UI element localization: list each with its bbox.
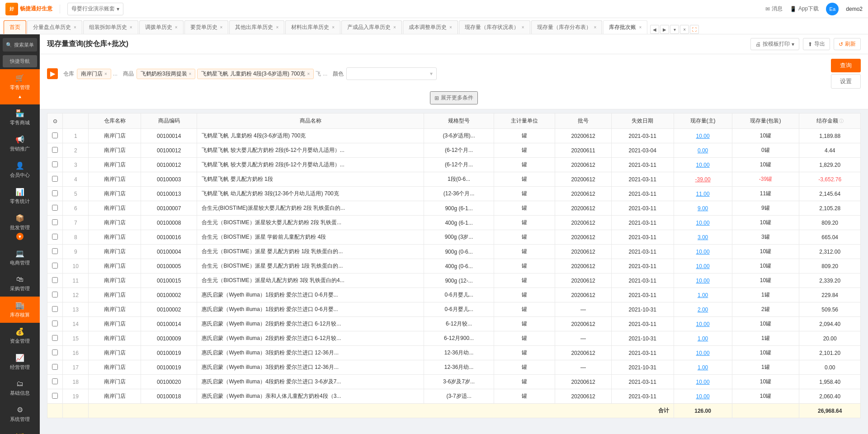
expand-more-conditions-btn[interactable]: ⊞ 展开更多条件 [430, 91, 478, 104]
sidebar-item-zero-stats[interactable]: 📊 零售统计 [0, 183, 40, 209]
product-tag-0-close[interactable]: × [189, 71, 192, 76]
tab-menu[interactable]: ▾ [670, 25, 679, 34]
export-btn[interactable]: ⬆ 导出 [803, 38, 830, 50]
row-check[interactable] [47, 317, 63, 331]
sidebar-item-zero-sales[interactable]: 🛒 零售管理 ▲ [0, 69, 40, 104]
row-stock-main[interactable]: 2.00 [674, 302, 732, 317]
product-tag-1-close[interactable]: × [307, 71, 310, 76]
row-stock-main[interactable]: 9.00 [674, 201, 732, 216]
tab-scroll-left[interactable]: ◀ [650, 25, 659, 34]
row-checkbox[interactable] [52, 364, 58, 370]
tab-scroll-right[interactable]: ▶ [660, 25, 669, 34]
tab-cai-liao-close[interactable]: × [332, 25, 335, 30]
sidebar-item-inventory[interactable]: 🏬 库存核算 [0, 297, 40, 323]
app-download-btn[interactable]: 📱 App下载 [790, 5, 819, 13]
tab-qi-ta-close[interactable]: × [276, 25, 278, 30]
row-stock-main[interactable]: 1.00 [674, 288, 732, 302]
tab-qi-ta[interactable]: 其他出库单历史 × [229, 20, 284, 34]
row-stock-main[interactable]: -39.00 [674, 172, 732, 187]
row-checkbox[interactable] [52, 205, 58, 211]
row-checkbox[interactable] [52, 277, 58, 283]
row-check[interactable] [47, 346, 63, 360]
row-stock-main[interactable]: 1.00 [674, 360, 732, 375]
template-print-btn[interactable]: 🖨 按模板打印 ▾ [750, 38, 799, 50]
tab-ku-pi-ci[interactable]: 库存批次账 × [603, 20, 647, 34]
sidebar-item-ecom[interactable]: 💻 电商管理 [0, 245, 40, 271]
sidebar-item-zero-shop[interactable]: 🏪 零售商城 [0, 104, 40, 131]
message-btn[interactable]: ✉ 消息 [765, 5, 783, 13]
sidebar-item-purchase[interactable]: 🛍 采购管理 [0, 271, 40, 297]
tab-cai-liao[interactable]: 材料出库单历史 × [285, 20, 340, 34]
row-stock-main[interactable]: 10.00 [674, 158, 732, 172]
row-stock-main[interactable]: 11.00 [674, 187, 732, 201]
row-checkbox[interactable] [52, 349, 58, 355]
warehouse-tag-0-close[interactable]: × [104, 71, 107, 76]
row-stock-main[interactable]: 10.00 [674, 245, 732, 259]
row-checkbox[interactable] [52, 176, 58, 182]
tab-yao-huo[interactable]: 要货单历史 × [184, 20, 229, 34]
row-checkbox[interactable] [52, 190, 58, 196]
sidebar-item-system[interactable]: ⚙ 系统管理 [0, 401, 40, 427]
row-stock-main[interactable]: 10.00 [674, 129, 732, 143]
balance-info-icon[interactable]: ⓘ [839, 118, 844, 123]
row-stock-main[interactable]: 10.00 [674, 389, 732, 404]
tab-zu-chai-close[interactable]: × [130, 25, 132, 30]
tab-cheng-ben-close[interactable]: × [449, 25, 452, 30]
tab-diao-bo[interactable]: 调拨单历史 × [139, 20, 184, 34]
row-checkbox[interactable] [52, 161, 58, 167]
tab-ku-cun-fen[interactable]: 现存量（库存分布表） × [531, 20, 603, 34]
row-stock-main[interactable]: 10.00 [674, 216, 732, 230]
tab-ku-pi-ci-close[interactable]: × [639, 25, 642, 30]
search-menu-btn[interactable]: 🔍 搜索菜单 [3, 38, 37, 52]
sidebar-item-member[interactable]: 👤 会员中心 [0, 157, 40, 183]
row-checkbox[interactable] [52, 335, 58, 341]
row-check[interactable] [47, 158, 63, 172]
query-btn[interactable]: 查询 [831, 59, 861, 72]
tab-diao-bo-close[interactable]: × [175, 25, 178, 30]
row-check[interactable] [47, 259, 63, 274]
row-stock-main[interactable]: 10.00 [674, 259, 732, 274]
row-check[interactable] [47, 187, 63, 201]
row-check[interactable] [47, 216, 63, 230]
row-stock-main[interactable]: 1.00 [674, 331, 732, 346]
row-checkbox[interactable] [52, 147, 58, 153]
tab-fen-pan-close[interactable]: × [74, 25, 76, 30]
sidebar-item-wholesale[interactable]: 📦 批发管理 ▼ [0, 209, 40, 245]
row-check[interactable] [47, 389, 63, 404]
sidebar-item-basic[interactable]: 🗂 基础信息 [0, 375, 40, 401]
row-checkbox[interactable] [52, 306, 58, 312]
tab-cheng-ben[interactable]: 成本调整单历史 × [403, 20, 458, 34]
row-check[interactable] [47, 201, 63, 216]
row-checkbox[interactable] [52, 393, 58, 399]
row-checkbox[interactable] [52, 234, 58, 240]
row-stock-main[interactable]: 10.00 [674, 346, 732, 360]
row-stock-main[interactable]: 0.00 [674, 143, 732, 158]
tab-expand[interactable]: ⛶ [690, 25, 699, 34]
row-check[interactable] [47, 302, 63, 317]
row-check[interactable] [47, 230, 63, 245]
tab-yao-huo-close[interactable]: × [220, 25, 223, 30]
tab-fen-pan[interactable]: 分量盘点单历史 × [27, 20, 82, 34]
row-check[interactable] [47, 274, 63, 288]
row-checkbox[interactable] [52, 219, 58, 225]
row-check[interactable] [47, 288, 63, 302]
sidebar-item-ops[interactable]: 📈 经营管理 [0, 349, 40, 375]
row-check[interactable] [47, 331, 63, 346]
company-select[interactable]: 母婴行业演示账套 ▾ [67, 3, 123, 15]
sidebar-item-collab[interactable]: 🤝 企业协同 [0, 427, 40, 434]
refresh-btn[interactable]: ↺ 刷新 [834, 38, 861, 50]
row-stock-main[interactable]: 10.00 [674, 274, 732, 288]
tab-ku-cun-fen-close[interactable]: × [594, 25, 597, 30]
row-checkbox[interactable] [52, 263, 58, 269]
tab-close-all[interactable]: × [680, 25, 689, 34]
row-stock-main[interactable]: 3.00 [674, 230, 732, 245]
row-checkbox[interactable] [52, 292, 58, 297]
tab-zu-chai[interactable]: 组装拆卸单历史 × [83, 20, 138, 34]
product-tag-more[interactable]: ... [323, 71, 327, 77]
row-check[interactable] [47, 172, 63, 187]
row-checkbox[interactable] [52, 248, 58, 254]
settings-btn[interactable]: 设置 [831, 74, 861, 89]
quick-nav-btn[interactable]: 快捷导航 [3, 55, 37, 67]
row-stock-main[interactable]: 10.00 [674, 317, 732, 331]
row-check[interactable] [47, 245, 63, 259]
